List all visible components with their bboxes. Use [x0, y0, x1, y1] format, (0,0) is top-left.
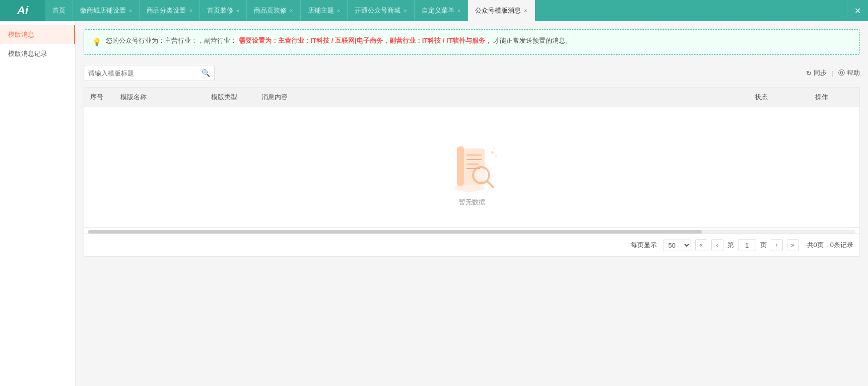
- notice-icon: 💡: [92, 36, 102, 48]
- tab-close-homepage-decor[interactable]: ×: [236, 8, 239, 14]
- tab-close-product-category[interactable]: ×: [189, 8, 192, 14]
- notice-text: 您的公众号行业为：主营行业：，副营行业： 需要设置为：主营行业：IT科技 / 互…: [106, 36, 572, 46]
- last-page-button[interactable]: »: [787, 239, 799, 251]
- column-index: 序号: [84, 88, 114, 107]
- tab-wechat-shop[interactable]: 微商城店铺设置×: [73, 0, 140, 21]
- column-action: 操作: [809, 88, 859, 107]
- table-header-row: 序号模版名称模版类型消息内容状态操作: [84, 88, 859, 107]
- search-icon[interactable]: 🔍: [202, 69, 210, 77]
- svg-point-6: [475, 169, 487, 181]
- content-area: 💡 您的公众号行业为：主营行业：，副营行业： 需要设置为：主营行业：IT科技 /…: [76, 21, 868, 386]
- tab-product-page-decor[interactable]: 商品页装修×: [247, 0, 300, 21]
- tab-wechat-template[interactable]: 公众号模版消息×: [468, 0, 535, 21]
- page-input[interactable]: [738, 239, 756, 251]
- tab-close-wechat-shop[interactable]: ×: [129, 8, 132, 14]
- scrollbar-track: [88, 230, 855, 234]
- empty-state: 暂无数据: [84, 107, 859, 227]
- scrollbar-thumb: [88, 230, 702, 234]
- prev-page-button[interactable]: ‹: [711, 239, 723, 251]
- tab-product-category[interactable]: 商品分类设置×: [140, 0, 199, 21]
- next-page-button[interactable]: ›: [771, 239, 783, 251]
- empty-illustration: [442, 137, 502, 198]
- tab-close-open-wechat-shop[interactable]: ×: [404, 8, 407, 14]
- column-name: 模版名称: [114, 88, 205, 107]
- help-button[interactable]: ⓪ 帮助: [838, 68, 860, 78]
- tab-close-product-page-decor[interactable]: ×: [290, 8, 293, 14]
- per-page-label: 每页显示: [631, 241, 657, 250]
- tab-close-shop-theme[interactable]: ×: [337, 8, 340, 14]
- table-header: 序号模版名称模版类型消息内容状态操作: [84, 88, 859, 107]
- sync-icon: ↻: [806, 69, 812, 77]
- sync-button[interactable]: ↻ 同步: [806, 68, 827, 78]
- sidebar-item-template-message-log[interactable]: 模版消息记录: [0, 44, 75, 63]
- svg-line-7: [487, 181, 493, 187]
- toolbar-divider: |: [832, 69, 833, 77]
- data-table: 序号模版名称模版类型消息内容状态操作: [84, 88, 859, 227]
- svg-point-8: [491, 151, 494, 154]
- svg-point-10: [493, 147, 495, 149]
- notice-banner: 💡 您的公众号行业为：主营行业：，副营行业： 需要设置为：主营行业：IT科技 /…: [84, 29, 860, 55]
- tab-custom-menu[interactable]: 自定义菜单×: [415, 0, 468, 21]
- sidebar: 模版消息模版消息记录: [0, 21, 76, 386]
- di-label: 第: [727, 241, 734, 250]
- table-body: 暂无数据: [84, 107, 859, 227]
- app-logo: Ai: [0, 0, 45, 21]
- svg-point-9: [495, 156, 497, 158]
- tabs-area: 首页微商城店铺设置×商品分类设置×首页装修×商品页装修×店铺主题×开通公众号商城…: [45, 0, 847, 21]
- column-status: 状态: [749, 88, 809, 107]
- sidebar-item-template-message[interactable]: 模版消息: [0, 25, 75, 44]
- search-input[interactable]: [88, 69, 202, 77]
- total-info: 共0页，0条记录: [807, 241, 853, 250]
- search-input-wrap[interactable]: 🔍: [84, 65, 215, 81]
- pagination-row: 每页显示 102050100 « ‹ 第 页 › » 共0页，0条记录: [84, 234, 859, 256]
- table-wrapper: 序号模版名称模版类型消息内容状态操作: [84, 87, 860, 257]
- search-row: 🔍 ↻ 同步 | ⓪ 帮助: [84, 65, 860, 81]
- tab-home[interactable]: 首页: [45, 0, 73, 21]
- column-content: 消息内容: [255, 88, 749, 107]
- tab-shop-theme[interactable]: 店铺主题×: [301, 0, 348, 21]
- table-empty-row: 暂无数据: [84, 107, 859, 227]
- global-close-button[interactable]: ✕: [847, 0, 868, 21]
- column-type: 模版类型: [205, 88, 255, 107]
- tab-homepage-decor[interactable]: 首页装修×: [200, 0, 247, 21]
- tab-close-custom-menu[interactable]: ×: [457, 8, 460, 14]
- tab-close-wechat-template[interactable]: ×: [524, 8, 527, 14]
- per-page-select[interactable]: 102050100: [663, 240, 691, 251]
- main-layout: 模版消息模版消息记录 💡 您的公众号行业为：主营行业：，副营行业： 需要设置为：…: [0, 21, 868, 386]
- page-suffix-label: 页: [760, 241, 767, 250]
- first-page-button[interactable]: «: [695, 239, 707, 251]
- help-icon: ⓪: [838, 68, 845, 78]
- horizontal-scrollbar[interactable]: [84, 227, 859, 234]
- toolbar-right: ↻ 同步 | ⓪ 帮助: [806, 68, 860, 78]
- empty-text: 暂无数据: [459, 198, 485, 207]
- tab-open-wechat-shop[interactable]: 开通公众号商城×: [348, 0, 414, 21]
- top-nav: Ai 首页微商城店铺设置×商品分类设置×首页装修×商品页装修×店铺主题×开通公众…: [0, 0, 868, 21]
